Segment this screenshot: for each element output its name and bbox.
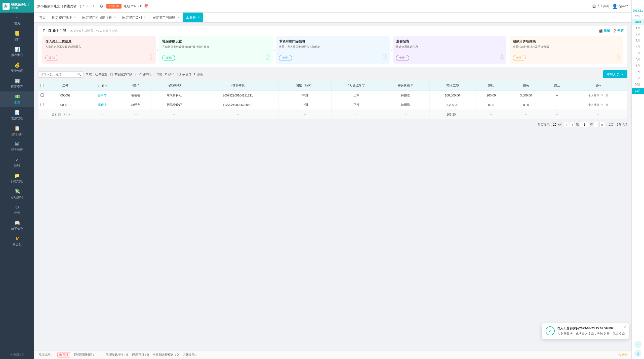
row2-op-del[interactable]: 🗑: [606, 103, 609, 107]
sidebar-item-tax[interactable]: 🏛 税务管理: [0, 139, 34, 155]
sidebar-item-invoice[interactable]: 🧾 发票管理: [0, 107, 34, 123]
add-employee-btn[interactable]: 添加人员 ▼: [603, 70, 627, 78]
tab-depreciation[interactable]: 固定资产折旧统计表 ✕: [79, 13, 119, 23]
th-name: ⇅ *姓名: [85, 81, 120, 91]
calendar-month-8[interactable]: 8月: [632, 69, 644, 75]
tab-asset-detail[interactable]: 固定资产明细账 ✕: [149, 13, 183, 23]
first-page-btn[interactable]: «: [564, 122, 569, 127]
help-btn[interactable]: 🎧 人工咨询: [592, 4, 609, 8]
sidebar-item-member[interactable]: V 畅会员: [0, 234, 34, 249]
cancel-pin-label: 取消固定: [13, 353, 24, 356]
sidebar-item-ledger[interactable]: 📒 总账: [0, 28, 34, 44]
refresh-btn[interactable]: ↻ 刷新: [194, 72, 203, 77]
go-charge-btn[interactable]: 去充值: [618, 353, 627, 357]
toast-content: 导入工资表模板(2023-03-23 15:07:59.897) 共 9 条数据…: [557, 326, 625, 336]
operations-btn[interactable]: ⚙ 操作: [165, 72, 174, 77]
account-selector[interactable]: 刘小艳演示账套（勿删勿动！）1 ▼: [37, 4, 88, 9]
calendar-month-1[interactable]: 1月: [632, 25, 644, 31]
guide-close-btn[interactable]: ✕: [621, 28, 624, 33]
settings-btn[interactable]: ⚙: [98, 3, 104, 9]
calendar-month-2[interactable]: 2月: [632, 31, 644, 37]
sidebar-item-sales[interactable]: 📋 进销台账: [0, 123, 34, 139]
row1-op-social[interactable]: 个人社保: [588, 94, 599, 97]
sidebar-item-settings[interactable]: ⚙ 设置: [0, 202, 34, 218]
row2-checkbox[interactable]: [41, 103, 44, 106]
switch-version-btn[interactable]: 切到旧版: [106, 4, 122, 9]
rp-icon-2[interactable]: ⚙: [634, 350, 641, 357]
page-input[interactable]: [580, 122, 589, 127]
row1-op-edit[interactable]: ✎: [601, 93, 603, 97]
tab-home[interactable]: 首页: [36, 13, 49, 23]
sidebar-item-close[interactable]: ✓ 结账: [0, 155, 34, 170]
step-4-btn[interactable]: 查看›: [396, 55, 409, 61]
step-3-btn[interactable]: 查看›: [279, 55, 292, 61]
tab-home-label: 首页: [39, 15, 46, 20]
period-label: 账期: [124, 4, 130, 9]
tab-asset-category[interactable]: 固定资产类别 ✕: [119, 13, 149, 23]
calendar-year-2023[interactable]: 2023: [632, 19, 644, 25]
cancel-pin-btn[interactable]: ◄ 取消固定: [0, 350, 34, 359]
export-btn[interactable]: ↑ 导出: [154, 72, 162, 77]
social-security-btn[interactable]: ⚙ 统一社保设置: [86, 72, 107, 77]
step-2-btn[interactable]: 设置›: [162, 55, 175, 61]
table-toolbar: 🔍 ⚙ 统一社保设置 📋 专项附加扣除 📄 个税申报 ↑ 导出: [38, 70, 627, 78]
refresh-label: 刷新: [197, 72, 203, 77]
calendar-month-11[interactable]: 11月: [632, 88, 644, 94]
sidebar-item-home[interactable]: ⌂ 首页: [0, 13, 34, 28]
calendar-month-10[interactable]: 10月: [632, 81, 644, 88]
row1-checkbox[interactable]: [41, 93, 44, 97]
step-1-btn[interactable]: 导入›: [45, 55, 58, 61]
row2-base-salary: 3,200.00: [429, 100, 475, 110]
sidebar-item-salary[interactable]: 💵 工资: [0, 91, 34, 107]
select-all-checkbox[interactable]: [41, 84, 44, 87]
sidebar-item-expense[interactable]: 💸 小畅报销: [0, 186, 34, 202]
user-menu[interactable]: 👤 徐泽华: [612, 4, 628, 9]
calendar-month-7[interactable]: 7月: [632, 63, 644, 69]
video-link[interactable]: 🎬 视频: [599, 29, 610, 33]
tab-asset-detail-close[interactable]: ✕: [177, 16, 180, 19]
row2-op-edit[interactable]: ✎: [601, 103, 603, 107]
deduction-btn[interactable]: 📋 专项附加扣除: [110, 72, 132, 77]
search-box[interactable]: 🔍: [38, 71, 84, 78]
tab-fixed-assets-close[interactable]: ✕: [74, 16, 76, 19]
rp-icon-1[interactable]: ↑: [634, 341, 641, 348]
tab-salary-close[interactable]: ✕: [198, 16, 200, 19]
report-filter-icon[interactable]: ▽: [411, 84, 414, 87]
row1-report-status: 待报送: [382, 91, 430, 100]
row1-name-link[interactable]: 徐泽华: [98, 93, 107, 97]
prev-page-btn[interactable]: ‹: [570, 122, 575, 127]
th-base-salary: *基本工资: [429, 81, 475, 91]
tax-report-btn[interactable]: 📄 个税申报: [135, 72, 151, 77]
row2-op-social[interactable]: 个人社保: [588, 103, 599, 106]
calendar-expand-btn[interactable]: ›: [635, 2, 641, 8]
summary-blank11: --: [569, 110, 627, 119]
period-selector[interactable]: 账期 2023-11 📅: [124, 4, 148, 9]
search-input[interactable]: [41, 73, 76, 76]
row1-op-del[interactable]: 🗑: [606, 93, 609, 97]
next-page-btn[interactable]: ›: [594, 122, 598, 127]
sidebar-item-funds[interactable]: 💰 资金管理: [0, 60, 34, 76]
add-account-btn[interactable]: ＋: [90, 3, 96, 9]
calendar-month-3[interactable]: 3月: [632, 37, 644, 44]
tab-asset-category-close[interactable]: ✕: [144, 16, 146, 19]
sidebar-item-fixed-assets[interactable]: 🏢 固定资产: [0, 76, 34, 91]
tab-salary-table[interactable]: 工资表 ✕: [183, 13, 203, 23]
step-5-btn[interactable]: 查看›: [513, 55, 526, 61]
tab-depreciation-close[interactable]: ✕: [114, 16, 116, 19]
toast-close-btn[interactable]: ✕: [624, 325, 627, 329]
last-page-btn[interactable]: »: [599, 122, 605, 127]
sidebar-item-newguide[interactable]: 📖 新手引导: [0, 218, 34, 234]
status-filter-icon[interactable]: ▽: [362, 84, 365, 87]
newguide-btn[interactable]: ? 新手引导: [177, 72, 191, 77]
sidebar-item-archive[interactable]: 📁 归档管理: [0, 170, 34, 186]
calendar-month-4[interactable]: 4月: [632, 44, 644, 50]
row2-name-link[interactable]: 李俊杰: [98, 103, 107, 107]
per-page-select[interactable]: 10 20 50: [551, 122, 562, 127]
calendar-month-5[interactable]: 5月: [632, 50, 644, 56]
tab-fixed-assets[interactable]: 固定资产管理 ✕: [49, 13, 79, 23]
sidebar-item-reports[interactable]: 📊 报表中心: [0, 44, 34, 60]
calendar-month-12[interactable]: 12月: [632, 13, 644, 19]
settings-icon: ⚙: [15, 204, 19, 210]
calendar-month-6[interactable]: 6月: [632, 56, 644, 63]
calendar-month-9[interactable]: 9月: [632, 75, 644, 81]
